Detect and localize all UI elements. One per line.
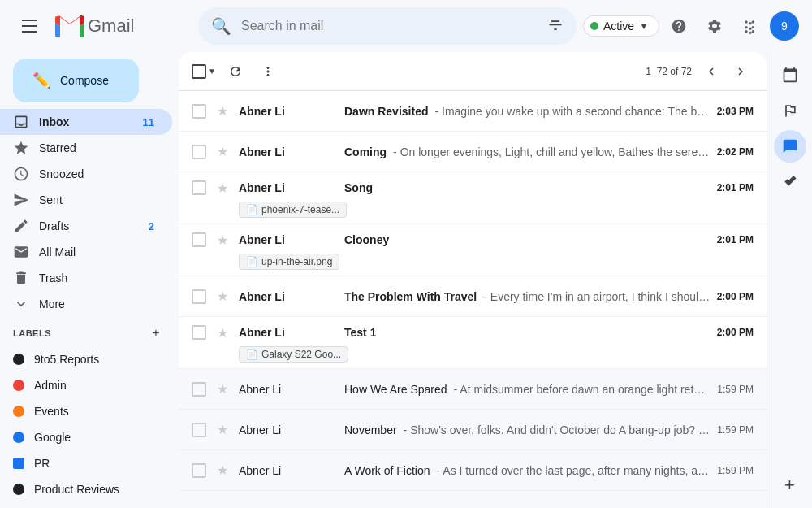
search-tune-icon[interactable] xyxy=(547,18,564,34)
email-checkbox[interactable] xyxy=(192,145,206,159)
refresh-button[interactable] xyxy=(222,59,248,85)
email-checkbox[interactable] xyxy=(192,423,206,437)
email-row[interactable]: ★ Abner Li Dawn Revisited - Imagine you … xyxy=(179,91,767,132)
email-row[interactable]: ★ Abner Li Rain - Woke up this morning w… xyxy=(179,491,767,501)
sidebar-item-trash[interactable]: Trash xyxy=(0,265,172,291)
email-area: ▼ 1–72 of 72 ★ Abner Li xyxy=(179,52,767,501)
drafts-label: Drafts xyxy=(39,219,134,232)
status-label: Active xyxy=(603,20,634,33)
email-subject: Clooney xyxy=(344,233,389,246)
sidebar-item-sent[interactable]: Sent xyxy=(0,187,172,213)
star-button[interactable]: ★ xyxy=(213,461,232,480)
label-item-google[interactable]: Google xyxy=(0,424,172,450)
hamburger-menu[interactable] xyxy=(13,10,45,42)
attachment-icon: 📄 xyxy=(246,204,258,215)
email-row[interactable]: ★ Abner Li Coming - On longer evenings, … xyxy=(179,132,767,172)
inbox-icon xyxy=(13,114,29,130)
labels-section: Labels + xyxy=(0,317,179,346)
email-row-bottom: 📄 Galaxy S22 Goo... xyxy=(192,345,754,363)
email-row[interactable]: ★ Abner Li November - Show's over, folks… xyxy=(179,410,767,450)
label-item-admin[interactable]: Admin xyxy=(0,372,172,398)
label-name-admin: Admin xyxy=(34,379,67,392)
sidebar-item-more[interactable]: More xyxy=(0,291,172,317)
label-dot-google xyxy=(13,432,24,443)
label-item-product-reviews[interactable]: Product Reviews xyxy=(0,476,172,502)
star-button[interactable]: ★ xyxy=(213,380,232,399)
star-button[interactable]: ★ xyxy=(213,178,232,198)
label-item-events[interactable]: Events xyxy=(0,398,172,424)
star-button[interactable]: ★ xyxy=(213,142,232,162)
help-button[interactable] xyxy=(663,10,695,42)
star-button[interactable]: ★ xyxy=(213,230,232,250)
email-subject: Dawn Revisited xyxy=(344,105,428,118)
email-subject: A Work of Fiction xyxy=(344,464,430,477)
user-avatar[interactable]: 9 xyxy=(770,11,799,41)
sidebar-item-drafts[interactable]: Drafts 2 xyxy=(0,213,172,239)
select-all-checkbox[interactable] xyxy=(192,64,206,79)
select-dropdown-icon[interactable]: ▼ xyxy=(208,67,216,76)
label-dot-admin xyxy=(13,380,24,391)
email-sender: Abner Li xyxy=(239,326,344,339)
sidebar-item-all-mail[interactable]: All Mail xyxy=(0,239,172,265)
email-row-top: ★ Abner Li Song 2:01 PM xyxy=(192,178,754,198)
email-time: 2:00 PM xyxy=(717,327,754,338)
email-row[interactable]: ★ Abner Li Clooney 2:01 PM 📄 up-in-the-a… xyxy=(179,224,767,276)
drafts-icon xyxy=(13,218,29,234)
add-panel-button[interactable]: + xyxy=(774,469,806,501)
prev-page-button[interactable] xyxy=(698,59,724,85)
email-checkbox[interactable] xyxy=(192,325,206,340)
attachment-chip: 📄 Galaxy S22 Goo... xyxy=(239,346,348,363)
email-row-top: ★ Abner Li Clooney 2:01 PM xyxy=(192,230,754,250)
next-page-button[interactable] xyxy=(728,59,754,85)
email-checkbox[interactable] xyxy=(192,289,206,304)
email-row-top: ★ Abner Li Test 1 2:00 PM xyxy=(192,323,754,342)
inbox-badge: 11 xyxy=(138,115,159,130)
star-button[interactable]: ★ xyxy=(213,501,232,502)
add-label-button[interactable]: + xyxy=(146,323,166,343)
gmail-logo: Gmail xyxy=(55,15,134,37)
label-name-product-reviews: Product Reviews xyxy=(34,483,119,496)
email-checkbox[interactable] xyxy=(192,463,206,478)
star-button[interactable]: ★ xyxy=(213,102,232,121)
select-all-wrapper[interactable]: ▼ xyxy=(192,64,216,79)
sidebar-item-inbox[interactable]: Inbox 11 xyxy=(0,109,172,135)
more-toolbar-button[interactable] xyxy=(255,59,281,85)
sidebar-item-starred[interactable]: Starred xyxy=(0,135,172,161)
attachment-name: Galaxy S22 Goo... xyxy=(261,349,341,360)
email-subject: Coming xyxy=(344,145,387,158)
contacts-panel-button[interactable] xyxy=(774,130,806,163)
email-row[interactable]: ★ Abner Li How We Are Spared - At midsum… xyxy=(179,369,767,410)
settings-button[interactable] xyxy=(698,10,731,42)
sidebar-item-more-labels[interactable]: More xyxy=(0,502,172,508)
label-name-events: Events xyxy=(34,405,69,418)
compose-button[interactable]: ✏️ Compose xyxy=(13,59,139,102)
sidebar-item-snoozed[interactable]: Snoozed xyxy=(0,161,172,187)
email-row[interactable]: ★ Abner Li Test 1 2:00 PM 📄 Galaxy S22 G… xyxy=(179,317,767,369)
email-checkbox[interactable] xyxy=(192,104,206,119)
status-pill[interactable]: Active ▼ xyxy=(583,15,659,37)
sent-label: Sent xyxy=(39,193,159,206)
email-time: 1:59 PM xyxy=(717,424,754,436)
email-content: The Problem With Travel - Every time I'm… xyxy=(344,290,710,303)
email-subject: How We Are Spared xyxy=(344,383,447,396)
label-item-9to5reports[interactable]: 9to5 Reports xyxy=(0,346,172,372)
email-checkbox[interactable] xyxy=(192,382,206,397)
email-row[interactable]: ★ Abner Li A Work of Fiction - As I turn… xyxy=(179,450,767,491)
star-button[interactable]: ★ xyxy=(213,287,232,306)
email-list: ★ Abner Li Dawn Revisited - Imagine you … xyxy=(179,91,767,501)
search-input[interactable] xyxy=(241,19,538,33)
star-button[interactable]: ★ xyxy=(213,323,232,342)
email-row[interactable]: ★ Abner Li Song 2:01 PM 📄 phoenix-7-teas… xyxy=(179,172,767,224)
tasks-panel-button[interactable] xyxy=(774,94,806,127)
email-checkbox[interactable] xyxy=(192,180,206,195)
email-checkbox[interactable] xyxy=(192,232,206,247)
star-button[interactable]: ★ xyxy=(213,420,232,440)
email-subject: Test 1 xyxy=(344,326,376,339)
email-row[interactable]: ★ Abner Li The Problem With Travel - Eve… xyxy=(179,276,767,317)
calendar-panel-button[interactable] xyxy=(774,59,806,91)
apps-button[interactable] xyxy=(734,10,767,42)
duo-panel-button[interactable] xyxy=(774,166,806,198)
drafts-badge: 2 xyxy=(144,219,159,234)
label-item-pr[interactable]: PR xyxy=(0,450,172,476)
email-sender: Abner Li xyxy=(239,233,344,246)
